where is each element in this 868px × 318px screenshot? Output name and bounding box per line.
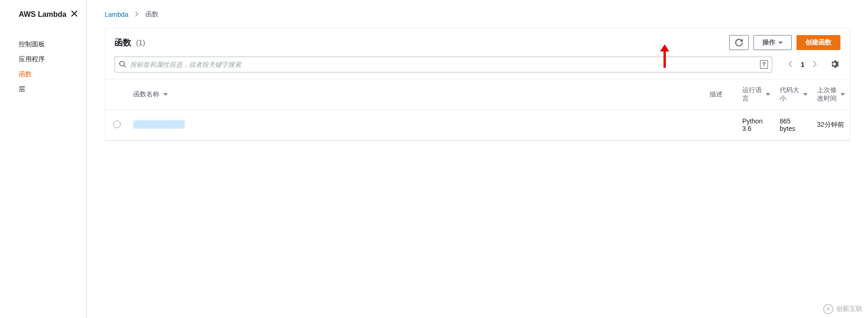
panel-actions: 操作 创建函数 bbox=[729, 35, 840, 50]
sort-caret-icon bbox=[766, 93, 770, 96]
gear-icon bbox=[830, 60, 839, 68]
nav-item-dashboard[interactable]: 控制面板 bbox=[0, 37, 86, 52]
breadcrumb: Lambda 函数 bbox=[105, 10, 850, 19]
cell-name[interactable] bbox=[129, 110, 705, 140]
cell-desc bbox=[705, 110, 738, 140]
th-modified[interactable]: 上次修改时间 bbox=[812, 80, 850, 110]
nav-list: 控制面板 应用程序 函数 层 bbox=[0, 28, 86, 97]
nav-item-functions[interactable]: 函数 bbox=[0, 67, 86, 82]
watermark-logo-icon: ✕ bbox=[823, 304, 833, 314]
sidebar: AWS Lambda 控制面板 应用程序 函数 层 bbox=[0, 0, 87, 318]
sort-caret-icon bbox=[840, 93, 845, 96]
sort-caret-icon bbox=[803, 93, 808, 96]
breadcrumb-current: 函数 bbox=[145, 10, 158, 19]
actions-dropdown-label: 操作 bbox=[762, 38, 775, 47]
panel-count: (1) bbox=[136, 39, 145, 47]
th-runtime[interactable]: 运行语言 bbox=[738, 80, 775, 110]
pager-prev-button[interactable] bbox=[786, 59, 794, 71]
help-icon[interactable]: ? bbox=[760, 60, 768, 69]
table-row[interactable]: Python 3.6 865 bytes 32分钟前 bbox=[105, 110, 850, 140]
pager: 1 bbox=[786, 59, 819, 71]
refresh-icon bbox=[735, 39, 743, 46]
search-icon bbox=[119, 60, 126, 69]
cell-runtime: Python 3.6 bbox=[738, 110, 775, 140]
main-content: Lambda 函数 函数 (1) 操作 创建函数 bbox=[87, 0, 868, 151]
pager-page-number: 1 bbox=[801, 61, 804, 68]
watermark-text: 创新互联 bbox=[836, 305, 862, 313]
close-icon[interactable] bbox=[70, 9, 79, 19]
sidebar-title: AWS Lambda bbox=[19, 10, 66, 19]
th-name[interactable]: 函数名称 bbox=[129, 80, 705, 110]
watermark: ✕ 创新互联 bbox=[823, 304, 862, 314]
refresh-button[interactable] bbox=[729, 35, 749, 50]
sidebar-header: AWS Lambda bbox=[0, 0, 86, 28]
sort-caret-icon bbox=[163, 93, 168, 96]
row-radio[interactable] bbox=[113, 121, 121, 128]
th-size[interactable]: 代码大小 bbox=[775, 80, 812, 110]
panel-title: 函数 bbox=[115, 37, 131, 48]
pager-next-button[interactable] bbox=[811, 59, 819, 71]
nav-item-applications[interactable]: 应用程序 bbox=[0, 52, 86, 67]
breadcrumb-root[interactable]: Lambda bbox=[105, 11, 129, 18]
search-wrap: ? bbox=[115, 57, 772, 72]
th-desc[interactable]: 描述 bbox=[705, 80, 738, 110]
functions-panel: 函数 (1) 操作 创建函数 ? bbox=[105, 28, 850, 141]
functions-table: 函数名称 描述 运行语言 代码大小 上次修改时间 bbox=[105, 79, 850, 140]
actions-dropdown-button[interactable]: 操作 bbox=[753, 35, 792, 50]
cell-size: 865 bytes bbox=[775, 110, 812, 140]
caret-down-icon bbox=[778, 42, 783, 44]
nav-item-layers[interactable]: 层 bbox=[0, 82, 86, 97]
search-input[interactable] bbox=[126, 58, 760, 71]
svg-point-0 bbox=[120, 61, 124, 66]
settings-button[interactable] bbox=[828, 58, 840, 72]
chevron-right-icon bbox=[135, 11, 139, 18]
panel-header: 函数 (1) 操作 创建函数 bbox=[105, 29, 850, 57]
create-function-button[interactable]: 创建函数 bbox=[796, 35, 840, 50]
filter-row: ? 1 bbox=[105, 57, 850, 79]
cell-modified: 32分钟前 bbox=[812, 110, 850, 140]
th-select bbox=[105, 80, 129, 110]
